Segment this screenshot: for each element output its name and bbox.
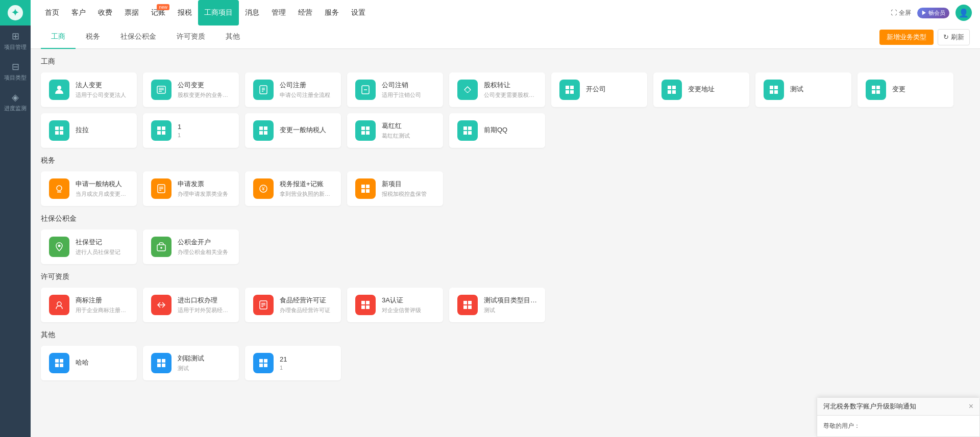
svg-rect-32 — [60, 131, 63, 135]
card-text-open-company: 开公司 — [586, 85, 639, 95]
card-3a-cert[interactable]: 3A认证 对企业信誉评级 — [347, 288, 443, 322]
card-open-company[interactable]: 开公司 — [551, 72, 647, 107]
card-icon-item21 — [253, 353, 274, 373]
nav-operation[interactable]: 经营 — [292, 0, 318, 25]
card-ge-hong-hong[interactable]: 葛红红 葛红红测试 — [347, 113, 443, 148]
card-title: 葛红红 — [382, 121, 435, 131]
card-title: 开公司 — [586, 85, 639, 94]
nav-service[interactable]: 服务 — [318, 0, 345, 25]
svg-rect-83 — [157, 364, 161, 367]
svg-rect-37 — [259, 126, 263, 130]
sidebar-item-progress-monitor[interactable]: ◈ 进度监测 — [0, 87, 31, 117]
card-change-tax[interactable]: 变更一般纳税人 — [245, 113, 341, 148]
card-desc: 1 — [280, 365, 333, 371]
card-desc: 当月或次月成变更完成 — [76, 190, 129, 198]
svg-rect-38 — [264, 126, 267, 130]
nav-settings[interactable]: 设置 — [345, 0, 372, 25]
card-social-register[interactable]: 社保登记 进行人员社保登记 — [41, 229, 137, 264]
nav-message[interactable]: 消息 — [239, 0, 265, 25]
card-desc: 办理申请发票类业务 — [178, 190, 231, 198]
card-title: 食品经营许可证 — [280, 296, 333, 305]
svg-rect-14 — [570, 86, 574, 89]
main-area: 首页 客户 收费 票据 记账 new 报税 工商项目 消息 管理 经营 服务 设… — [31, 0, 980, 437]
card-item1[interactable]: 1 1 — [143, 113, 239, 148]
svg-rect-36 — [162, 131, 165, 135]
card-trademark[interactable]: 商标注册 用于企业商标注册服务 — [41, 288, 137, 322]
nav-home[interactable]: 首页 — [39, 0, 65, 25]
notif-header: 河北税务数字账户升级影响通知 × — [817, 398, 979, 416]
card-apply-invoice[interactable]: 申请发票 办理申请发票类业务 — [143, 171, 239, 206]
card-text-item21: 21 1 — [280, 355, 333, 371]
card-title: 哈哈 — [76, 358, 129, 367]
sidebar-item-project-manage[interactable]: ⊞ 项目管理 — [0, 25, 31, 56]
card-company-register[interactable]: 公司注册 申请公司注册全流程 — [245, 72, 341, 107]
card-food-license[interactable]: 食品经营许可证 办理食品经营许可证 — [245, 288, 341, 322]
card-new-project[interactable]: 新项目 报税加税控盘保管 — [347, 171, 443, 206]
card-legal-change[interactable]: 法人变更 适用于公司变更法人 — [41, 72, 137, 107]
nav-bookkeeping[interactable]: 记账 new — [145, 0, 172, 25]
card-apply-tax[interactable]: 申请一般纳税人 当月或次月成变更完成 — [41, 171, 137, 206]
vip-button[interactable]: ▶ 畅会员 — [917, 8, 949, 18]
card-early-qq[interactable]: 前期QQ — [449, 113, 545, 148]
svg-rect-31 — [55, 131, 59, 135]
card-lala[interactable]: 拉拉 — [41, 113, 137, 148]
card-liu-cong-test[interactable]: 刘聪测试 测试 — [143, 346, 239, 380]
card-change1[interactable]: 变更 — [857, 72, 953, 107]
avatar[interactable]: 👤 — [955, 5, 972, 21]
tax-cards-grid: 申请一般纳税人 当月或次月成变更完成 申请发票 办理申请发票类业务 ¥ — [41, 171, 970, 206]
nav-manage[interactable]: 管理 — [265, 0, 292, 25]
card-tax-report[interactable]: ¥ 税务报道+记账 拿到营业执照的新公司 — [245, 171, 341, 206]
svg-rect-30 — [60, 126, 63, 130]
card-item21[interactable]: 21 1 — [245, 346, 341, 380]
svg-rect-44 — [366, 131, 370, 135]
svg-rect-27 — [872, 90, 875, 94]
card-text-test-type: 测试项目类型目定义 测试 — [484, 296, 537, 314]
refresh-button[interactable]: ↻ 刷新 — [938, 29, 970, 45]
card-import-export[interactable]: 进出口权办理 适用于对外贸易经营者 — [143, 288, 239, 322]
card-ha-ha[interactable]: 哈哈 — [41, 346, 137, 380]
tab-other[interactable]: 其他 — [215, 25, 250, 49]
svg-rect-56 — [361, 185, 365, 188]
card-icon-equity-transfer — [457, 80, 478, 100]
sidebar-logo[interactable]: ✦ — [0, 0, 31, 25]
social-cards-grid: 社保登记 进行人员社保登记 公积金开户 办理公积金相关业务 — [41, 229, 970, 264]
tab-social-insurance[interactable]: 社保公积金 — [110, 25, 166, 49]
nav-tickets[interactable]: 票据 — [118, 0, 145, 25]
nav-tax[interactable]: 报税 — [172, 0, 198, 25]
card-company-change[interactable]: 公司变更 股权变更外的业务变更 — [143, 72, 239, 107]
card-text-lala: 拉拉 — [76, 125, 129, 136]
nav-billing[interactable]: 收费 — [92, 0, 118, 25]
card-icon-apply-tax — [49, 178, 69, 199]
card-desc: 报税加税控盘保管 — [382, 190, 435, 198]
card-test-type[interactable]: 测试项目类型目定义 测试 — [449, 288, 545, 322]
fullscreen-button[interactable]: ⛶ 全屏 — [891, 9, 911, 17]
svg-rect-57 — [366, 185, 370, 188]
sidebar-item-label: 项目类型 — [4, 74, 27, 82]
svg-rect-28 — [876, 90, 880, 94]
content-area: 工商 税务 社保公积金 许可资质 其他 新增业务类型 ↻ 刷新 工商 — [31, 25, 980, 437]
tab-license[interactable]: 许可资质 — [166, 25, 215, 49]
notif-body-text: 尊敬的用户： — [823, 422, 860, 429]
tab-industry[interactable]: 工商 — [41, 25, 76, 49]
card-title: 测试 — [790, 85, 843, 94]
card-company-cancel[interactable]: 公司注销 适用于注销公司 — [347, 72, 443, 107]
card-text-3a-cert: 3A认证 对企业信誉评级 — [382, 296, 435, 314]
nav-industry[interactable]: 工商项目 — [198, 0, 239, 25]
card-desc: 适用于公司变更法人 — [76, 91, 129, 99]
tab-tax[interactable]: 税务 — [76, 25, 110, 49]
card-change-address[interactable]: 变更地址 — [653, 72, 749, 107]
card-icon-trademark — [49, 295, 69, 315]
card-equity-transfer[interactable]: 股权转让 公司变更需要股权转让 — [449, 72, 545, 107]
add-business-type-button[interactable]: 新增业务类型 — [879, 30, 934, 45]
card-title: 股权转让 — [484, 81, 537, 90]
notif-close-button[interactable]: × — [969, 402, 973, 411]
svg-rect-19 — [668, 90, 671, 94]
card-test1[interactable]: 测试 — [755, 72, 851, 107]
svg-rect-25 — [872, 86, 875, 89]
card-text-new-project: 新项目 报税加税控盘保管 — [382, 179, 435, 198]
card-fund-open[interactable]: 公积金开户 办理公积金相关业务 — [143, 229, 239, 264]
card-icon-social-register — [49, 237, 69, 257]
nav-customer[interactable]: 客户 — [65, 0, 92, 25]
sidebar-item-project-type[interactable]: ⊟ 项目类型 — [0, 56, 31, 87]
svg-rect-77 — [55, 359, 59, 363]
